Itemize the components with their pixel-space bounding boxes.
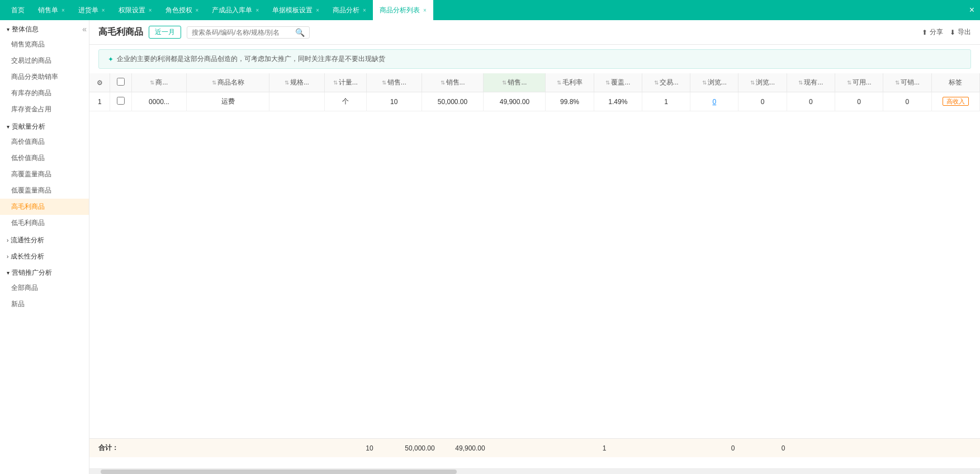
sidebar-item-category-rate[interactable]: 商品分类助销率 [0,69,89,85]
sidebar-item-stock-capital[interactable]: 库存资金占用 [0,101,89,118]
tag-badge: 高收入 [943,97,969,106]
cell-browse2: 0 [738,92,787,111]
nav-item-analysis[interactable]: 商品分析 × [326,0,373,20]
close-products-in-tab[interactable]: × [255,7,259,13]
sidebar-item-low-value[interactable]: 低价值商品 [0,150,89,166]
sidebar-item-high-value[interactable]: 高价值商品 [0,134,89,150]
nav-item-template[interactable]: 单据模板设置 × [266,0,326,20]
table-wrapper[interactable]: ⚙ ⇅商... ⇅商品名称 ⇅规格... ⇅计量... ⇅销售... ⇅销售..… [89,73,980,474]
export-icon: ⬇ [950,29,955,36]
col-gross-rate[interactable]: ⇅毛利率 [546,73,594,92]
cell-saleable-stock: 0 [883,92,931,111]
data-table: ⚙ ⇅商... ⇅商品名称 ⇅规格... ⇅计量... ⇅销售... ⇅销售..… [89,73,980,111]
info-banner: ✦ 企业的主要的利润都是这部分商品创造的，可考虑加大推广，同时关注库存是不要出现… [98,49,971,69]
cell-sales-amt1: 50,000.00 [422,92,484,111]
sidebar-collapse-btn[interactable]: « [82,25,87,34]
filter-recent-month-btn[interactable]: 近一月 [149,26,181,39]
cell-sales-amt2: 49,900.00 [484,92,546,111]
sidebar-item-traded-goods[interactable]: 交易过的商品 [0,53,89,69]
close-analysis-list-tab[interactable]: × [423,7,427,13]
close-sales-tab[interactable]: × [61,7,65,13]
nav-item-permissions[interactable]: 权限设置 × [112,0,159,20]
main-layout: « ▾ 整体信息 销售览商品 交易过的商品 商品分类助销率 有库存的商品 库存资… [0,20,980,474]
footer-total-row: 合计： 10 50,000.00 49,900.00 1 0 0 [89,438,980,457]
footer-spacer1 [149,444,344,452]
col-spec[interactable]: ⇅规格... [269,73,325,92]
col-sales-amt1[interactable]: ⇅销售... [422,73,484,92]
footer-sales-qty: 10 [344,444,395,452]
sidebar-item-high-margin[interactable]: 高毛利商品 [0,199,89,215]
nav-item-sales[interactable]: 销售单 × [31,0,72,20]
col-transactions[interactable]: ⇅交易... [642,73,690,92]
cell-checkbox[interactable] [110,92,131,111]
sidebar-item-low-margin[interactable]: 低毛利商品 [0,215,89,231]
footer-sales-amt1: 50,000.00 [395,444,445,452]
sidebar-item-new-goods[interactable]: 新品 [0,296,89,312]
sidebar-group-liquidity[interactable]: › 流通性分析 [0,231,89,247]
sidebar-item-all-goods[interactable]: 全部商品 [0,280,89,296]
col-available-stock[interactable]: ⇅可用... [835,73,883,92]
cell-sales-qty: 10 [366,92,422,111]
select-all-checkbox[interactable] [117,78,125,86]
sidebar-item-in-stock[interactable]: 有库存的商品 [0,85,89,101]
col-code[interactable]: ⇅商... [131,73,187,92]
arrow-marketing: ▾ [7,270,10,276]
nav-item-products-in[interactable]: 产成品入库单 × [205,0,266,20]
row-checkbox[interactable] [117,97,125,105]
header-actions: ⬆ 分享 ⬇ 导出 [922,27,971,37]
sidebar-group-overall[interactable]: ▾ 整体信息 [0,20,89,36]
cell-current-stock: 0 [787,92,835,111]
sidebar-group-contribution[interactable]: ▾ 贡献量分析 [0,118,89,134]
nav-item-purchase[interactable]: 进货单 × [72,0,112,20]
footer-values: 10 50,000.00 49,900.00 1 0 0 [149,444,808,452]
cell-tag: 高收入 [931,92,979,111]
col-sales-qty[interactable]: ⇅销售... [366,73,422,92]
info-icon: ✦ [108,55,113,63]
share-btn[interactable]: ⬆ 分享 [922,27,943,37]
col-current-stock[interactable]: ⇅现有... [787,73,835,92]
table-row: 1 0000... 运费 个 10 50,000.00 49,900.00 99… [89,92,980,111]
search-input[interactable] [192,29,295,36]
sidebar-item-high-coverage[interactable]: 高覆盖量商品 [0,166,89,182]
footer-available: 0 [758,444,808,452]
cell-gross-rate: 99.8% [546,92,594,111]
col-sales-amt2[interactable]: ⇅销售... [484,73,546,92]
footer-current: 0 [708,444,758,452]
close-purchase-tab[interactable]: × [102,7,105,13]
footer-transactions: 1 [579,444,629,452]
nav-item-roles[interactable]: 角色授权 × [159,0,206,20]
cell-coverage: 1.49% [594,92,642,111]
close-template-tab[interactable]: × [316,7,319,13]
scrollbar-thumb[interactable] [101,470,457,474]
window-close-button[interactable]: × [969,5,974,15]
cell-unit: 个 [324,92,366,111]
sidebar-group-growth[interactable]: › 成长性分析 [0,247,89,264]
search-icon[interactable]: 🔍 [295,28,305,37]
col-name[interactable]: ⇅商品名称 [187,73,269,92]
search-box: 🔍 [187,26,310,39]
col-tag[interactable]: 标签 [931,73,979,92]
cell-spec [269,92,325,111]
col-browse2[interactable]: ⇅浏览... [738,73,787,92]
nav-item-analysis-list[interactable]: 商品分析列表 × [373,0,433,20]
close-roles-tab[interactable]: × [196,7,199,13]
sidebar-item-low-coverage[interactable]: 低覆盖量商品 [0,182,89,199]
sidebar: « ▾ 整体信息 销售览商品 交易过的商品 商品分类助销率 有库存的商品 库存资… [0,20,89,474]
cell-browse1[interactable]: 0 [690,92,738,111]
share-icon: ⬆ [922,29,927,36]
close-permissions-tab[interactable]: × [149,7,152,13]
nav-item-home[interactable]: 首页 [4,0,31,20]
col-unit[interactable]: ⇅计量... [324,73,366,92]
close-analysis-tab[interactable]: × [363,7,366,13]
sidebar-item-sales-goods[interactable]: 销售览商品 [0,36,89,53]
col-browse1[interactable]: ⇅浏览... [690,73,738,92]
col-saleable-stock[interactable]: ⇅可销... [883,73,931,92]
sidebar-group-marketing[interactable]: ▾ 营销推广分析 [0,264,89,280]
export-btn[interactable]: ⬇ 导出 [950,27,971,37]
bottom-scrollbar[interactable] [89,468,980,474]
col-coverage[interactable]: ⇅覆盖... [594,73,642,92]
table-header-row: ⚙ ⇅商... ⇅商品名称 ⇅规格... ⇅计量... ⇅销售... ⇅销售..… [89,73,980,92]
cell-index: 1 [89,92,110,111]
cell-available-stock: 0 [835,92,883,111]
col-settings[interactable]: ⚙ [89,73,110,92]
